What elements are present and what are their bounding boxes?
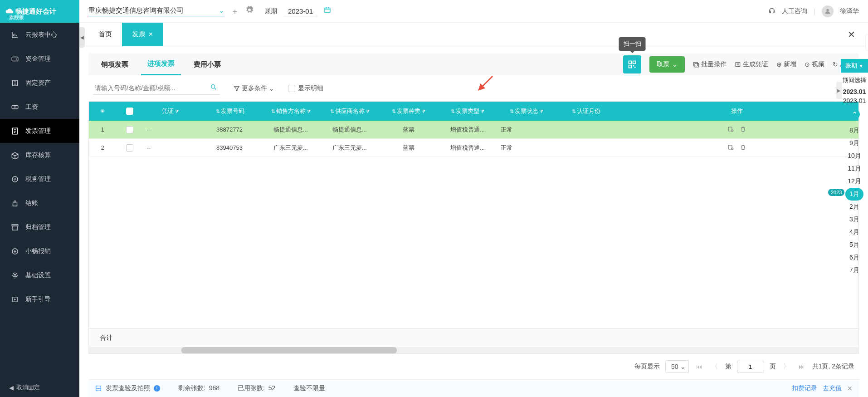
close-all-tabs[interactable]: ✕ [844, 29, 859, 40]
period-month[interactable]: 11月 [845, 162, 863, 175]
fetch-invoice-button[interactable]: 取票 ⌄ [649, 56, 685, 73]
last-page-icon[interactable]: ⏭ [797, 363, 807, 370]
th-month[interactable]: ⇅认证月份 [556, 107, 615, 115]
th-settings[interactable] [89, 108, 116, 114]
period-year[interactable]: 2023.01 [843, 97, 866, 104]
qr-tooltip: 扫一扫 [619, 37, 646, 51]
row-checkbox[interactable] [126, 126, 133, 133]
period-month[interactable]: 6月 [845, 251, 863, 264]
sidebar-item-2[interactable]: 固定资产 [0, 71, 79, 95]
th-status[interactable]: ⇅发票状态⧩ [497, 107, 556, 115]
scroll-top-icon[interactable]: ⌃ [849, 109, 860, 120]
invoice-tab-1[interactable]: 进项发票 [141, 54, 181, 75]
svg-rect-16 [629, 61, 632, 64]
row-checkbox[interactable] [126, 144, 133, 152]
view-icon[interactable] [727, 144, 734, 152]
search-input[interactable] [93, 82, 220, 95]
table-row[interactable]: 2--83940753广东三元麦...广东三元麦...蓝票增值税普通...正常 [89, 139, 858, 157]
checkbox[interactable] [288, 85, 295, 92]
period-value[interactable]: 2023-01 [283, 6, 317, 16]
sidebar-item-4[interactable]: 发票管理 [0, 119, 79, 143]
sidebar-item-0[interactable]: 云报表中心 [0, 23, 79, 47]
th-type[interactable]: ⇅发票类型⧩ [438, 107, 497, 115]
gear-icon[interactable] [245, 6, 254, 16]
close-icon[interactable]: ✕ [148, 31, 153, 38]
period-button[interactable]: 账期 ▼ [841, 59, 868, 73]
sidebar-item-5[interactable]: 库存核算 [0, 143, 79, 167]
next-page-icon[interactable]: 〉 [781, 363, 791, 371]
sidebar-item-7[interactable]: 结账 [0, 191, 79, 215]
period-month[interactable]: 10月 [845, 150, 863, 162]
expense-icon [11, 247, 19, 255]
th-kind[interactable]: ⇅发票种类⧩ [379, 107, 438, 115]
page-input[interactable] [737, 361, 764, 373]
sidebar-footer[interactable]: ◀ 取消固定 [0, 378, 79, 397]
money-icon: ¥ [11, 103, 19, 111]
svg-rect-8 [13, 203, 17, 206]
voucher-button[interactable]: 生成凭证 [735, 60, 768, 69]
delete-icon[interactable] [740, 144, 746, 152]
th-voucher[interactable]: 凭证⧩ [143, 107, 198, 115]
sidebar-item-3[interactable]: ¥工资 [0, 95, 79, 119]
period-month[interactable]: 7月 [845, 264, 863, 277]
period-month[interactable]: 3月 [845, 213, 863, 226]
search-icon[interactable] [210, 83, 217, 93]
th-seller[interactable]: ⇅销售方名称⧩ [261, 107, 320, 115]
page-tab-1[interactable]: 发票✕ [122, 23, 163, 46]
first-page-icon[interactable]: ⏮ [694, 363, 704, 370]
period-month[interactable]: 5月 [845, 239, 863, 251]
sidebar-item-9[interactable]: 小畅报销 [0, 239, 79, 263]
table-row[interactable]: 1--38872772畅捷通信息...畅捷通信息...蓝票增值税普通...正常 [89, 121, 858, 139]
sidebar-item-10[interactable]: 基础设置 [0, 263, 79, 287]
calendar-icon[interactable] [324, 6, 331, 16]
period-month[interactable]: 4月 [845, 226, 863, 239]
guide-icon [11, 295, 19, 304]
batch-button[interactable]: 批量操作 [693, 60, 727, 69]
th-number[interactable]: ⇅发票号码 [198, 107, 261, 115]
show-detail-toggle[interactable]: 显示明细 [288, 84, 323, 93]
per-page-select[interactable]: 50 ⌄ [665, 360, 689, 373]
sidebar-item-label: 云报表中心 [25, 31, 57, 39]
svg-rect-14 [325, 8, 330, 13]
more-conditions[interactable]: 更多条件 ⌄ [234, 84, 274, 93]
close-icon[interactable]: ✕ [847, 385, 853, 392]
chevron-down-icon: ⌄ [219, 6, 224, 15]
gear-icon [11, 271, 19, 279]
recharge-link[interactable]: 去充值 [823, 384, 842, 392]
fee-log-link[interactable]: 扣费记录 [792, 384, 817, 392]
view-icon[interactable] [727, 126, 734, 134]
period-month[interactable]: 1月2023 [845, 188, 863, 201]
period-month[interactable]: 2月 [845, 201, 863, 213]
qr-scan-button[interactable]: 扫一扫 [623, 55, 641, 74]
invoice-tab-2[interactable]: 费用小票 [187, 54, 227, 75]
period-month[interactable]: 8月 [845, 124, 863, 137]
invoice-tab-0[interactable]: 销项发票 [95, 54, 135, 75]
building-icon [11, 79, 19, 87]
sidebar-item-label: 基础设置 [25, 271, 51, 279]
th-supplier[interactable]: ⇅供应商名称⧩ [320, 107, 379, 115]
delete-icon[interactable] [740, 126, 746, 134]
support-link[interactable]: 人工咨询 [782, 7, 807, 15]
sidebar-item-8[interactable]: 归档管理 [0, 215, 79, 239]
h-scrollbar[interactable] [89, 347, 858, 353]
avatar[interactable] [822, 5, 834, 17]
sidebar-item-6[interactable]: 税税务管理 [0, 167, 79, 191]
company-selector[interactable]: 重庆畅捷交通信息咨询有限公司 ⌄ [88, 6, 224, 16]
year-badge: 2023 [828, 189, 844, 196]
sort-icon: ⇅ [392, 108, 396, 114]
video-button[interactable]: ⊙ 视频 [805, 60, 824, 69]
headset-icon [768, 7, 775, 15]
th-checkbox[interactable] [116, 108, 143, 115]
filter-icon: ⧩ [175, 108, 179, 114]
info-icon[interactable]: ! [154, 385, 160, 392]
page-tab-0[interactable]: 首页 [88, 23, 122, 46]
sidebar-item-11[interactable]: 新手引导 [0, 287, 79, 311]
prev-page-icon[interactable]: 〈 [710, 363, 720, 371]
invoice-table: 凭证⧩ ⇅发票号码 ⇅销售方名称⧩ ⇅供应商名称⧩ ⇅发票种类⧩ ⇅发票类型⧩ … [88, 101, 859, 354]
period-year[interactable]: 2023.01 [843, 88, 866, 95]
period-month[interactable]: 12月 [845, 175, 863, 188]
add-icon[interactable]: ＋ [231, 6, 239, 17]
add-button[interactable]: ⊕ 新增 [776, 60, 796, 69]
sidebar-item-1[interactable]: 资金管理 [0, 47, 79, 71]
period-month[interactable]: 9月 [845, 137, 863, 150]
